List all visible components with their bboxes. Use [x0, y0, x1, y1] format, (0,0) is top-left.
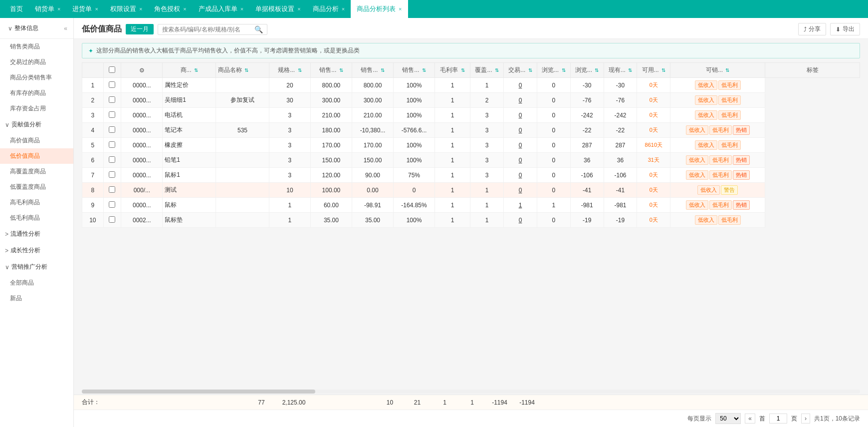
row-browse1[interactable]: 0	[504, 123, 537, 138]
browse1-link[interactable]: 0	[519, 112, 522, 119]
close-permission-icon[interactable]: ×	[139, 6, 142, 12]
search-icon[interactable]: 🔍	[254, 25, 263, 33]
sidebar-item-category-rate[interactable]: 商品分类销售率	[0, 70, 73, 85]
row-browse1[interactable]: 0	[504, 183, 537, 198]
browse1-link[interactable]: 0	[519, 142, 522, 149]
row-check[interactable]	[103, 213, 121, 228]
row-checkbox[interactable]	[109, 171, 115, 178]
nav-home[interactable]: 首页	[4, 0, 29, 18]
browse1-link[interactable]: 0	[519, 217, 522, 224]
sidebar-group-flow[interactable]: > 流通性分析	[0, 226, 73, 242]
row-check[interactable]	[103, 153, 121, 168]
row-checkbox[interactable]	[109, 111, 115, 118]
row-cur-stock: -19	[570, 213, 604, 228]
row-trade: 3	[470, 153, 504, 168]
row-check[interactable]	[103, 123, 121, 138]
nav-analysis[interactable]: 商品分析 ×	[307, 0, 351, 18]
row-browse1[interactable]: 1	[504, 198, 537, 213]
tag-低毛利: 低毛利	[709, 200, 732, 210]
browse1-link[interactable]: 0	[519, 97, 522, 104]
row-check[interactable]	[103, 108, 121, 123]
sidebar-item-low-profit[interactable]: 低毛利商品	[0, 210, 73, 226]
close-purchase-icon[interactable]: ×	[95, 6, 98, 12]
page-size-select[interactable]: 50 10 20 100	[715, 413, 741, 424]
row-checkbox[interactable]	[109, 96, 115, 103]
sidebar-item-traded-goods[interactable]: 交易过的商品	[0, 54, 73, 70]
close-product-in-icon[interactable]: ×	[240, 6, 243, 12]
browse1-link[interactable]: 0	[519, 127, 522, 134]
row-check[interactable]	[103, 168, 121, 183]
row-checkbox[interactable]	[109, 201, 115, 208]
nav-product-in[interactable]: 产成品入库单 ×	[193, 0, 249, 18]
close-sales-icon[interactable]: ×	[57, 6, 60, 12]
search-input[interactable]	[162, 26, 254, 33]
row-browse1[interactable]: 0	[504, 108, 537, 123]
sidebar-group-growth[interactable]: > 成长性分析	[0, 242, 73, 259]
close-analysis-icon[interactable]: ×	[342, 6, 345, 12]
sidebar-item-all-goods[interactable]: 全部商品	[0, 275, 73, 291]
row-browse1[interactable]: 0	[504, 78, 537, 93]
sidebar-item-high-value[interactable]: 高价值商品	[0, 133, 73, 148]
col-header-settings[interactable]: ⚙	[121, 63, 163, 78]
sidebar-item-high-coverage[interactable]: 高覆盖度商品	[0, 164, 73, 179]
period-button[interactable]: 近一月	[126, 24, 154, 34]
row-check[interactable]	[103, 183, 121, 198]
sidebar-collapse-btn[interactable]: «	[61, 22, 70, 35]
browse1-link[interactable]: 0	[519, 187, 522, 194]
sidebar-group-marketing[interactable]: ∨ 营销推广分析	[0, 259, 73, 275]
nav-permission[interactable]: 权限设置 ×	[104, 0, 148, 18]
nav-analysis-list[interactable]: 商品分析列表 ×	[351, 0, 408, 18]
row-browse1[interactable]: 0	[504, 213, 537, 228]
share-button[interactable]: ⤴ 分享	[798, 23, 826, 35]
sidebar-item-sales-goods[interactable]: 销售类商品	[0, 39, 73, 54]
row-checkbox[interactable]	[109, 216, 115, 223]
row-check[interactable]	[103, 93, 121, 108]
row-check[interactable]	[103, 198, 121, 213]
sidebar-item-high-profit[interactable]: 高毛利商品	[0, 195, 73, 210]
row-sale-amt: 120.00	[310, 168, 352, 183]
nav-role[interactable]: 角色授权 ×	[148, 0, 192, 18]
row-browse1[interactable]: 0	[504, 153, 537, 168]
first-page-btn[interactable]: «	[745, 414, 755, 424]
next-page-btn[interactable]: ›	[801, 414, 810, 424]
row-trade: 3	[470, 138, 504, 153]
table-scrollbar[interactable]	[82, 390, 860, 394]
row-check[interactable]	[103, 138, 121, 153]
table-row: 8 000/... 测试 10 100.00 0.00 0 1 1 0 0 -4…	[82, 183, 860, 198]
nav-sales[interactable]: 销货单 ×	[29, 0, 66, 18]
sidebar-item-stocked-goods[interactable]: 有库存的商品	[0, 85, 73, 101]
page-title: 低价值商品	[82, 24, 122, 34]
sidebar-group-contribution[interactable]: ∨ 贡献值分析	[0, 116, 73, 133]
row-browse1[interactable]: 0	[504, 168, 537, 183]
close-template-icon[interactable]: ×	[297, 6, 300, 12]
row-sale-qty: 3	[269, 168, 310, 183]
row-checkbox[interactable]	[109, 141, 115, 148]
row-check[interactable]	[103, 78, 121, 93]
row-checkbox[interactable]	[109, 126, 115, 133]
browse1-link[interactable]: 1	[519, 202, 522, 209]
row-margin: -164.85%	[394, 198, 435, 213]
select-all-checkbox[interactable]	[109, 66, 115, 73]
row-checkbox[interactable]	[109, 156, 115, 163]
page-number-input[interactable]	[769, 414, 787, 424]
sidebar-item-low-coverage[interactable]: 低覆盖度商品	[0, 179, 73, 195]
row-checkbox[interactable]	[109, 81, 115, 88]
row-sale-amt: 300.00	[310, 93, 352, 108]
close-role-icon[interactable]: ×	[183, 6, 186, 12]
sidebar-group-growth-label: 成长性分析	[10, 246, 40, 255]
close-analysis-list-icon[interactable]: ×	[399, 6, 402, 12]
sidebar-item-low-value[interactable]: 低价值商品	[0, 148, 73, 164]
browse1-link[interactable]: 0	[519, 82, 522, 89]
nav-purchase[interactable]: 进货单 ×	[66, 0, 104, 18]
sidebar-group-overall[interactable]: ∨ 整体信息	[3, 20, 43, 36]
nav-template[interactable]: 单据模板设置 ×	[249, 0, 306, 18]
row-checkbox[interactable]	[109, 186, 115, 193]
row-margin: 100%	[394, 93, 435, 108]
row-browse1[interactable]: 0	[504, 93, 537, 108]
browse1-link[interactable]: 0	[519, 172, 522, 179]
export-button[interactable]: ⬇ 导出	[830, 23, 860, 35]
sidebar-item-new-goods[interactable]: 新品	[0, 291, 73, 306]
row-browse1[interactable]: 0	[504, 138, 537, 153]
sidebar-item-stock-capital[interactable]: 库存资金占用	[0, 101, 73, 116]
browse1-link[interactable]: 0	[519, 157, 522, 164]
